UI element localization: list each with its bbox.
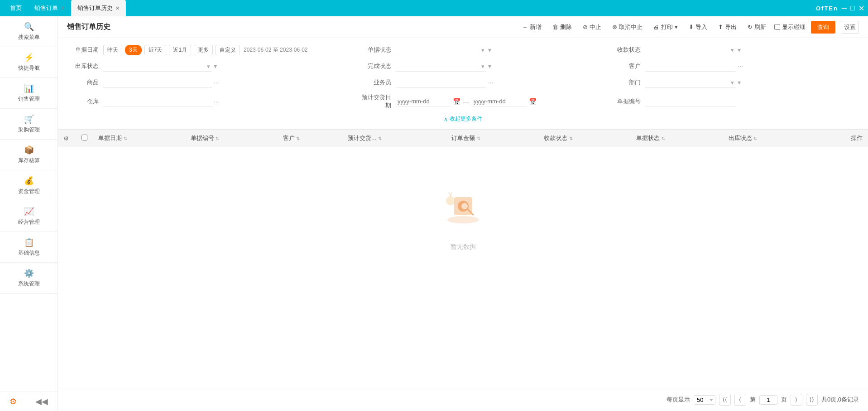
settings-bottom-icon[interactable]: ⚙ bbox=[10, 396, 17, 406]
col-outbound-status[interactable]: 出库状态 ⇅ bbox=[723, 130, 815, 147]
department-select-wrapper[interactable] bbox=[645, 77, 736, 88]
receipt-status-control: ▾ bbox=[645, 44, 859, 55]
completion-status-select[interactable] bbox=[396, 61, 486, 72]
customer-input[interactable] bbox=[645, 61, 736, 72]
completion-status-select-wrapper[interactable] bbox=[396, 61, 486, 72]
display-col-checkbox-label[interactable]: 显示碰细 bbox=[774, 23, 806, 31]
receipt-status-select[interactable] bbox=[645, 44, 736, 55]
salesperson-input[interactable] bbox=[396, 77, 486, 88]
display-col-checkbox[interactable] bbox=[774, 24, 780, 30]
receipt-status-select-wrapper[interactable] bbox=[645, 44, 736, 55]
collapse-button[interactable]: ∧ 收起更多条件 bbox=[67, 115, 859, 123]
maximize-btn[interactable]: □ bbox=[850, 4, 855, 12]
outbound-status-select-wrapper[interactable] bbox=[103, 61, 212, 72]
refresh-button[interactable]: ↻ 刷新 bbox=[745, 21, 769, 33]
delivery-date-start[interactable] bbox=[396, 96, 450, 107]
new-button[interactable]: ＋ 新增 bbox=[519, 21, 544, 33]
sidebar-item-search-menu[interactable]: 🔍 搜索菜单 bbox=[0, 16, 58, 47]
next-page-btn[interactable]: ⟩ bbox=[791, 394, 802, 406]
order-status-label: 单据状态 bbox=[360, 46, 396, 54]
tab-sales-history[interactable]: 销售订单历史 ✕ bbox=[71, 0, 126, 16]
warehouse-dots-btn[interactable]: ··· bbox=[214, 98, 219, 105]
settings-button[interactable]: 设置 bbox=[841, 21, 859, 34]
col-date-label: 单据日期 bbox=[98, 135, 122, 141]
salesperson-dots-btn[interactable]: ··· bbox=[488, 79, 494, 86]
page-size-select[interactable]: 10 20 50 100 bbox=[694, 395, 715, 405]
col-checkbox[interactable] bbox=[76, 130, 93, 147]
outbound-status-select[interactable] bbox=[103, 61, 212, 72]
sidebar-item-purchase-mgmt[interactable]: 🛒 采购管理 bbox=[0, 109, 58, 140]
date-btn-1month[interactable]: 近1月 bbox=[169, 45, 191, 55]
date-btn-yesterday[interactable]: 昨天 bbox=[103, 45, 122, 55]
col-amount[interactable]: 订单金额 ⇅ bbox=[446, 130, 538, 147]
date-range-display: 2023-06-02 至 2023-06-02 bbox=[244, 46, 307, 54]
sidebar-item-basic-info[interactable]: 📋 基础信息 bbox=[0, 232, 58, 263]
delivery-date-start-cal-icon[interactable]: 📅 bbox=[453, 98, 460, 105]
tab-sales-order-close[interactable]: ✕ bbox=[61, 5, 65, 11]
print-button[interactable]: 🖨 打印 ▾ bbox=[651, 21, 681, 33]
tab-sales-history-close[interactable]: ✕ bbox=[115, 5, 120, 11]
warehouse-input[interactable] bbox=[103, 96, 212, 107]
col-order-status[interactable]: 单据状态 ⇅ bbox=[631, 130, 723, 147]
minimize-btn[interactable]: ─ bbox=[842, 4, 847, 12]
system-icon: ⚙️ bbox=[24, 268, 34, 278]
product-dots-btn[interactable]: ··· bbox=[214, 79, 219, 86]
query-button[interactable]: 查询 bbox=[811, 21, 835, 34]
table-settings-icon[interactable]: ⚙ bbox=[63, 135, 69, 142]
col-customer[interactable]: 客户 ⇅ bbox=[278, 130, 342, 147]
sidebar-item-operations[interactable]: 📈 经营管理 bbox=[0, 201, 58, 232]
first-page-btn[interactable]: ⟨⟨ bbox=[719, 394, 731, 406]
sidebar-item-system[interactable]: ⚙️ 系统管理 bbox=[0, 263, 58, 294]
order-status-select[interactable] bbox=[396, 44, 486, 55]
export-button[interactable]: ⬆ 导出 bbox=[715, 21, 739, 33]
product-input[interactable] bbox=[103, 77, 212, 88]
date-btn-custom[interactable]: 自定义 bbox=[216, 45, 240, 55]
cancel-stop-button[interactable]: ⊗ 取消中止 bbox=[609, 21, 645, 33]
tab-sales-order[interactable]: 销售订单 ✕ bbox=[28, 0, 71, 16]
next-page-icon: ⟩ bbox=[795, 396, 797, 403]
svg-line-7 bbox=[449, 192, 451, 196]
sidebar-item-inventory[interactable]: 📦 库存核算 bbox=[0, 140, 58, 170]
prev-page-btn[interactable]: ⟨ bbox=[734, 394, 746, 406]
delivery-date-end[interactable] bbox=[472, 96, 526, 107]
stop-button[interactable]: ⊘ 中止 bbox=[580, 21, 604, 33]
sidebar-item-quick-nav[interactable]: ⚡ 快捷导航 bbox=[0, 47, 58, 78]
page-title: 销售订单历史 bbox=[67, 22, 110, 32]
col-delivery-date-label: 预计交货... bbox=[348, 135, 376, 141]
col-receipt-status[interactable]: 收款状态 ⇅ bbox=[538, 130, 631, 147]
department-control: ▾ bbox=[645, 77, 859, 88]
audio-bottom-icon[interactable]: ◀◀ bbox=[35, 396, 48, 406]
tab-home[interactable]: 首页 bbox=[4, 0, 28, 16]
sidebar-item-operations-label: 经营管理 bbox=[18, 218, 40, 226]
delete-button[interactable]: 🗑 删除 bbox=[550, 21, 575, 33]
department-dropdown-icon: ▾ bbox=[738, 79, 741, 86]
col-delivery-date[interactable]: 预计交货... ⇅ bbox=[342, 130, 446, 147]
import-button[interactable]: ⬇ 导入 bbox=[686, 21, 710, 33]
col-order-status-label: 单据状态 bbox=[636, 135, 660, 141]
customer-dots-btn[interactable]: ··· bbox=[738, 63, 743, 70]
tab-sales-order-label: 销售订单 bbox=[34, 4, 58, 12]
date-btn-more[interactable]: 更多 bbox=[194, 45, 213, 55]
delivery-date-end-cal-icon[interactable]: 📅 bbox=[529, 98, 537, 105]
col-settings[interactable]: ⚙ bbox=[58, 130, 76, 147]
filter-row-2: 出库状态 ▾ 完成状态 ▾ bbox=[67, 61, 859, 72]
date-btn-7days[interactable]: 近7天 bbox=[144, 45, 167, 55]
current-page-input[interactable] bbox=[759, 395, 777, 405]
sidebar-item-finance[interactable]: 💰 资金管理 bbox=[0, 170, 58, 201]
sidebar-item-sales-mgmt[interactable]: 📊 销售管理 bbox=[0, 78, 58, 109]
col-order-no[interactable]: 单据编号 ⇅ bbox=[185, 130, 278, 147]
salesperson-control: ··· bbox=[396, 77, 609, 88]
order-no-input[interactable] bbox=[645, 96, 736, 107]
order-status-dropdown-icon: ▾ bbox=[488, 46, 491, 53]
department-select[interactable] bbox=[645, 77, 736, 88]
order-status-select-wrapper[interactable] bbox=[396, 44, 486, 55]
sidebar-item-search-menu-label: 搜索菜单 bbox=[18, 34, 40, 41]
date-btn-3days[interactable]: 3天 bbox=[125, 45, 142, 55]
select-all-checkbox[interactable] bbox=[82, 135, 87, 140]
close-btn[interactable]: ✕ bbox=[858, 4, 864, 13]
search-menu-icon: 🔍 bbox=[24, 22, 34, 32]
col-date[interactable]: 单据日期 ⇅ bbox=[93, 130, 185, 147]
inventory-icon: 📦 bbox=[24, 145, 34, 155]
last-page-btn[interactable]: ⟩⟩ bbox=[806, 394, 818, 406]
print-dropdown-icon: ▾ bbox=[675, 24, 678, 30]
